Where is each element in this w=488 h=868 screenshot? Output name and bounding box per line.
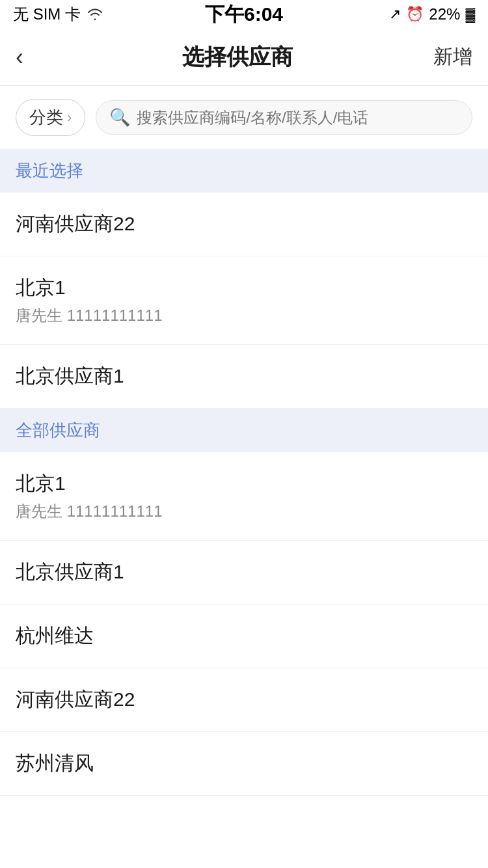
item-sub: 唐先生 11111111111: [16, 501, 472, 522]
location-icon: ↗: [389, 6, 401, 23]
item-sub: 唐先生 11111111111: [16, 305, 472, 326]
item-name: 北京供应商1: [16, 363, 472, 390]
all-list: 北京1唐先生 11111111111北京供应商1杭州维达河南供应商22苏州清风: [0, 452, 488, 796]
filter-bar: 分类 › 🔍: [0, 86, 488, 149]
all-section-header: 全部供应商: [0, 409, 488, 452]
search-box[interactable]: 🔍: [96, 100, 472, 135]
category-button[interactable]: 分类 ›: [16, 99, 85, 136]
list-item[interactable]: 北京1唐先生 11111111111: [0, 452, 488, 541]
list-item[interactable]: 北京供应商1: [0, 541, 488, 604]
item-name: 河南供应商22: [16, 211, 472, 237]
add-button[interactable]: 新增: [420, 44, 472, 70]
status-left: 无 SIM 卡: [13, 4, 104, 25]
status-time: 下午6:04: [205, 1, 283, 28]
chevron-right-icon: ›: [67, 109, 72, 126]
alarm-icon: ⏰: [406, 6, 424, 23]
recent-section-label: 最近选择: [16, 161, 83, 180]
recent-list: 河南供应商22北京1唐先生 11111111111北京供应商1: [0, 193, 488, 409]
battery-label: 22%: [429, 5, 460, 23]
wifi-icon: [86, 8, 104, 21]
item-name: 北京1: [16, 275, 472, 301]
item-name: 北京供应商1: [16, 559, 472, 586]
list-item[interactable]: 北京1唐先生 11111111111: [0, 256, 488, 345]
item-name: 苏州清风: [16, 750, 472, 777]
sim-label: 无 SIM 卡: [13, 4, 81, 25]
category-label: 分类: [29, 106, 63, 129]
all-section-label: 全部供应商: [16, 420, 100, 440]
search-input[interactable]: [137, 109, 459, 127]
status-right: ↗ ⏰ 22% ▓: [389, 5, 475, 23]
status-bar: 无 SIM 卡 下午6:04 ↗ ⏰ 22% ▓: [0, 0, 488, 29]
nav-bar: ‹ 选择供应商 新增: [0, 29, 488, 86]
list-item[interactable]: 河南供应商22: [0, 668, 488, 732]
item-name: 北京1: [16, 470, 472, 497]
item-name: 杭州维达: [16, 623, 472, 649]
search-icon: 🔍: [109, 107, 130, 128]
battery-icon: ▓: [465, 7, 475, 22]
list-item[interactable]: 北京供应商1: [0, 345, 488, 409]
back-button[interactable]: ‹: [16, 44, 55, 71]
page-title: 选择供应商: [182, 42, 293, 72]
recent-section-header: 最近选择: [0, 149, 488, 193]
item-name: 河南供应商22: [16, 686, 472, 713]
list-item[interactable]: 杭州维达: [0, 604, 488, 668]
list-item[interactable]: 苏州清风: [0, 732, 488, 796]
list-item[interactable]: 河南供应商22: [0, 193, 488, 256]
